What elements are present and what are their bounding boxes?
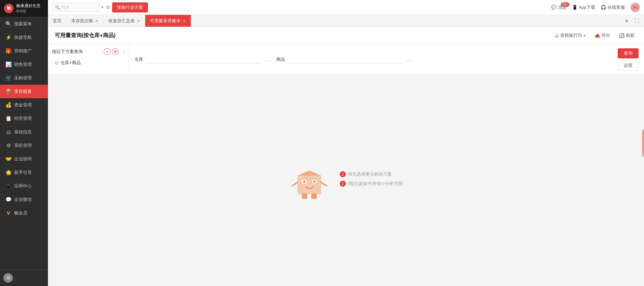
close-tab-available[interactable]: ✕ (183, 19, 186, 23)
refresh-icon: 🔄 (619, 33, 624, 38)
app-download-button[interactable]: 📱 App下载 (572, 4, 595, 10)
sidebar-item-purchase[interactable]: 🛒 采购管理 (0, 71, 48, 85)
query-button[interactable]: 查询 (618, 48, 639, 58)
sidebar-item-inventory[interactable]: 📦 库存核算 (0, 85, 48, 98)
tab-close-button[interactable]: ✕ (622, 17, 631, 25)
guide-icon: 🌟 (5, 170, 11, 176)
tab-expand-button[interactable]: ⛶ (633, 17, 641, 25)
empty-illustration (289, 160, 330, 201)
svg-line-6 (292, 182, 298, 186)
filter-scheme-warehouse-product[interactable]: ⊙ 仓库+商品 (52, 58, 125, 68)
warehouse-more-button[interactable]: ... (265, 56, 269, 62)
empty-tip-1: 1 请先选择要分析的方案 (340, 171, 403, 177)
sidebar-item-finance[interactable]: 💰 资金管理 (0, 98, 48, 112)
print-dropdown-icon[interactable]: ▾ (584, 33, 586, 38)
sidebar-item-guide[interactable]: 🌟 新手引导 (0, 166, 48, 179)
app-download-icon: 📱 (572, 5, 577, 10)
search-icon: 🔍 (55, 5, 60, 10)
svg-line-7 (321, 182, 326, 186)
dropdown-icon[interactable]: ▾ (101, 5, 104, 10)
sidebar-item-quick-nav[interactable]: ⚡ 快捷导航 (0, 31, 48, 44)
product-more-button[interactable]: ... (407, 56, 411, 62)
filter-sidebar-title-text: 按以下方案查询 (52, 49, 83, 55)
filter-settings-button[interactable]: 设置 (618, 60, 639, 71)
close-tab-summary[interactable]: ✕ (137, 19, 140, 23)
empty-state: 1 请先选择要分析的方案 2 用[过滤]条件来缩小分析范围 (48, 75, 644, 286)
settings-icon[interactable]: ⚙ (106, 4, 110, 10)
sidebar-item-wechat[interactable]: 💬 企业微信 (0, 193, 48, 206)
sidebar-item-app-center[interactable]: 📱 应用中心 (0, 179, 48, 193)
app-download-label: App下载 (579, 4, 595, 10)
tip-badge-1: 1 (340, 171, 346, 177)
add-scheme-button[interactable]: + (104, 48, 110, 55)
page-header-actions: 🖨 按模板打印 ▾ 📤 导出 🔄 刷新 (552, 31, 637, 40)
enterprise-icon: 🤝 (5, 156, 11, 162)
sidebar-item-basic[interactable]: 🗂 基础信息 (0, 125, 48, 139)
tab-batch-account[interactable]: 库存批次账 ✕ (67, 15, 104, 27)
filter-fields: 仓库 ... 商品 ... 查询 设置 (129, 44, 644, 75)
industry-solution-button[interactable]: 体验行业方案 (112, 2, 148, 12)
brand-sub: 标准版 (16, 9, 41, 14)
svg-point-5 (313, 181, 315, 183)
operation-icon: 📋 (5, 115, 11, 122)
scheme-icon: ⊙ (55, 60, 58, 66)
tip-badge-2: 2 (340, 181, 346, 187)
sidebar-item-vip[interactable]: V 畅会员 (0, 206, 48, 220)
purchase-icon: 🛒 (5, 75, 11, 81)
export-button[interactable]: 📤 导出 (592, 31, 613, 40)
search-nav-icon: 🔍 (5, 21, 11, 27)
search-placeholder: 搜索 (61, 4, 70, 10)
sidebar-item-label: 快捷导航 (14, 34, 32, 41)
sidebar-item-sales[interactable]: 📊 销售管理 (0, 58, 48, 71)
tab-stock-summary[interactable]: 收发存汇总表 ✕ (104, 15, 145, 27)
sidebar-item-search[interactable]: 🔍 搜索菜单 (0, 17, 48, 31)
topbar: 🔍 搜索 ▾ ⚙ 体验行业方案 💬 消息 99+ 📱 App下载 🎧 在线客服 (48, 0, 644, 15)
warehouse-input[interactable] (146, 55, 261, 63)
sidebar-item-marketing[interactable]: 🎁 营销推广 (0, 44, 48, 58)
filter-sidebar: 按以下方案查询 + ⚙ 《 ⊙ 仓库+商品 (48, 44, 129, 75)
print-button[interactable]: 🖨 按模板打印 ▾ (552, 31, 589, 40)
print-label: 按模板打印 (560, 32, 582, 38)
sidebar-item-system[interactable]: ⚙ 系统管理 (0, 139, 48, 152)
topbar-right: 💬 消息 99+ 📱 App下载 🎧 在线客服 Rit (551, 3, 640, 12)
sidebar-item-enterprise[interactable]: 🤝 企业协同 (0, 152, 48, 166)
sidebar-item-operation[interactable]: 📋 经营管理 (0, 112, 48, 125)
sidebar-item-label: 企业微信 (14, 197, 32, 203)
user-profile-button[interactable]: Rit (630, 3, 640, 12)
sales-icon: 📊 (5, 61, 11, 68)
refresh-button[interactable]: 🔄 刷新 (616, 31, 637, 40)
page-header: 可用量查询(按仓库+商品) 🖨 按模板打印 ▾ 📤 导出 🔄 刷新 (48, 27, 644, 44)
sidebar-item-label: 销售管理 (14, 61, 32, 68)
svg-point-10 (300, 176, 302, 178)
empty-tip-2: 2 用[过滤]条件来缩小分析范围 (340, 181, 403, 187)
user-avatar-top: Rit (630, 3, 640, 12)
svg-marker-1 (298, 171, 321, 176)
online-service-button[interactable]: 🎧 在线客服 (601, 4, 625, 10)
finance-icon: 💰 (5, 102, 11, 108)
message-badge: 99+ (561, 2, 569, 7)
sidebar-item-label: 系统管理 (14, 142, 32, 149)
marketing-icon: 🎁 (5, 48, 11, 54)
search-box[interactable]: 🔍 搜索 (52, 3, 99, 12)
sidebar-user[interactable]: 用 (0, 269, 48, 286)
product-filter-field: 商品 ... (276, 55, 411, 63)
close-tab-batch[interactable]: ✕ (95, 19, 99, 23)
brand-name: 畅康通好生意 (16, 3, 41, 9)
user-avatar: 用 (3, 273, 13, 283)
message-button[interactable]: 💬 消息 99+ (551, 4, 567, 10)
app-center-icon: 📱 (5, 183, 11, 189)
headset-icon: 🎧 (601, 5, 606, 10)
online-service-label: 在线客服 (608, 4, 625, 10)
tabs-right-actions: ✕ ⛶ (622, 17, 644, 25)
brand-icon: 畅 (4, 4, 14, 13)
scheme-settings-button[interactable]: ⚙ (112, 48, 119, 55)
svg-rect-0 (298, 176, 321, 194)
tabs-bar: 首页 库存批次账 ✕ 收发存汇总表 ✕ 可用量库存账本 ✕ ✕ ⛶ (48, 15, 644, 27)
tab-home[interactable]: 首页 (48, 15, 67, 27)
filter-collapse-button[interactable]: 《 (121, 49, 125, 55)
product-input[interactable] (288, 55, 403, 63)
tab-available-stock[interactable]: 可用量库存账本 ✕ (145, 15, 191, 27)
sidebar-item-label: 基础信息 (14, 129, 32, 135)
scheme-label: 仓库+商品 (60, 60, 81, 66)
sidebar-item-label: 库存核算 (14, 88, 32, 95)
